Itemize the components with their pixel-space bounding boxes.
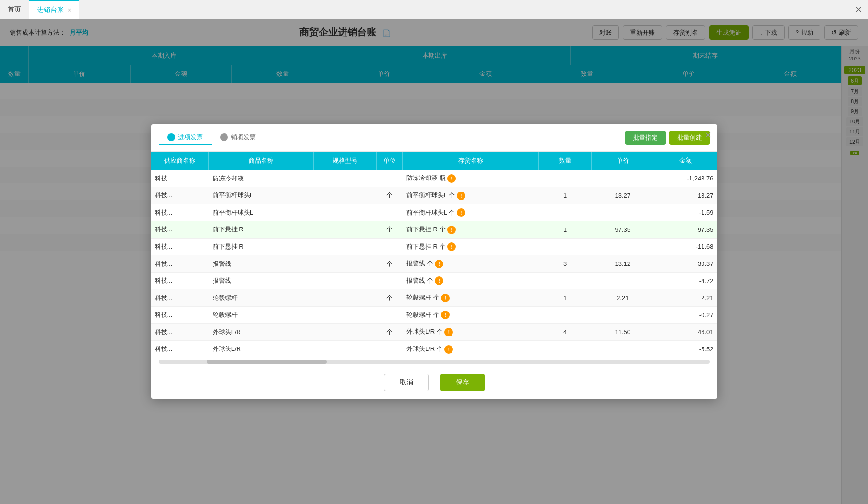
cell-unit: [376, 204, 403, 221]
cell-unit: 个: [376, 187, 403, 204]
batch-create-button[interactable]: 批量创建: [669, 131, 710, 145]
cell-supplier: 科技...: [151, 324, 209, 341]
col-product: 商品名称: [209, 152, 314, 170]
cell-qty: [539, 306, 591, 324]
cell-product: 前平衡杆球头L: [209, 187, 314, 204]
cell-amount: -0.27: [654, 306, 717, 324]
cell-stock: 轮毂螺杆 个 !: [403, 306, 539, 324]
modal-close-button[interactable]: ✕: [704, 130, 712, 141]
cell-supplier: 科技...: [151, 221, 209, 239]
tabs-bar: 首页 进销台账 × ✕: [0, 0, 868, 19]
cell-spec: [313, 306, 376, 324]
cancel-button[interactable]: 取消: [384, 374, 429, 391]
col-unit: 单位: [376, 152, 403, 170]
cell-stock: 外球头L/R 个 !: [403, 341, 539, 358]
cell-product: 外球头L/R: [209, 341, 314, 358]
warning-icon: !: [447, 242, 456, 251]
table-row[interactable]: 科技... 轮毂螺杆 轮毂螺杆 个 ! -0.27: [151, 306, 717, 324]
tab-close-ledger[interactable]: ×: [68, 7, 71, 13]
cell-amount: 97.35: [654, 221, 717, 239]
cell-stock: 前平衡杆球头L 个 !: [403, 187, 539, 204]
tab-sales-invoice[interactable]: 销项发票: [212, 130, 264, 145]
modal-dialog: 进项发票 销项发票 批量指定 批量创建 ✕: [151, 124, 717, 398]
cell-stock: 报警线 个 !: [403, 272, 539, 289]
table-row[interactable]: 科技... 外球头L/R 外球头L/R 个 ! -5.52: [151, 341, 717, 358]
cell-price: 11.50: [591, 324, 654, 341]
cell-spec: [313, 324, 376, 341]
cell-unit: [376, 170, 403, 187]
cell-amount: 46.01: [654, 324, 717, 341]
cell-stock: 防冻冷却液 瓶 !: [403, 170, 539, 187]
col-qty: 数量: [539, 152, 591, 170]
col-price: 单价: [591, 152, 654, 170]
cell-stock: 前平衡杆球头L 个 !: [403, 204, 539, 221]
cell-unit: [376, 238, 403, 255]
cell-unit: [376, 306, 403, 324]
tab-home[interactable]: 首页: [0, 0, 29, 19]
modal-overlay: 进项发票 销项发票 批量指定 批量创建 ✕: [0, 19, 868, 504]
warning-icon: !: [447, 174, 456, 183]
cell-unit: 个: [376, 324, 403, 341]
cell-supplier: 科技...: [151, 204, 209, 221]
cell-amount: -11.68: [654, 238, 717, 255]
cell-amount: 2.21: [654, 289, 717, 307]
cell-spec: [313, 272, 376, 289]
cell-supplier: 科技...: [151, 255, 209, 273]
cell-qty: 1: [539, 289, 591, 307]
cell-qty: [539, 272, 591, 289]
batch-assign-button[interactable]: 批量指定: [625, 131, 666, 145]
cell-spec: [313, 204, 376, 221]
cell-qty: 1: [539, 221, 591, 239]
warning-icon: !: [435, 260, 443, 268]
cell-supplier: 科技...: [151, 272, 209, 289]
table-row[interactable]: 科技... 轮毂螺杆 个 轮毂螺杆 个 ! 1 2.21 2.21: [151, 289, 717, 307]
cell-unit: [376, 341, 403, 358]
table-row[interactable]: 科技... 报警线 报警线 个 ! -4.72: [151, 272, 717, 289]
cell-amount: -1,243.76: [654, 170, 717, 187]
warning-icon: !: [457, 192, 465, 200]
cell-qty: 3: [539, 255, 591, 273]
col-stock: 存货名称: [403, 152, 539, 170]
table-row[interactable]: 科技... 前下悬挂 R 前下悬挂 R 个 ! -11.68: [151, 238, 717, 255]
modal-header: 进项发票 销项发票 批量指定 批量创建 ✕: [151, 124, 717, 152]
invoice-table-body: 科技... 防冻冷却液 防冻冷却液 瓶 ! -1,243.76 科技... 前平…: [151, 170, 717, 358]
cell-spec: [313, 341, 376, 358]
cell-supplier: 科技...: [151, 170, 209, 187]
cell-price: 97.35: [591, 221, 654, 239]
tab-purchase-invoice[interactable]: 进项发票: [159, 130, 212, 145]
cell-spec: [313, 289, 376, 307]
cell-unit: 个: [376, 255, 403, 273]
cell-unit: [376, 272, 403, 289]
warning-icon: !: [435, 276, 443, 285]
save-button[interactable]: 保存: [440, 374, 485, 391]
cell-price: [591, 306, 654, 324]
col-spec: 规格型号: [313, 152, 376, 170]
table-row[interactable]: 科技... 前下悬挂 R 个 前下悬挂 R 个 ! 1 97.35 97.35: [151, 221, 717, 239]
scrollbar-thumb[interactable]: [207, 360, 327, 364]
cell-price: [591, 238, 654, 255]
main-content: 销售成本计算方法： 月平均 商贸企业进销台账 📄 对账 重新开账 存货别名 生成…: [0, 19, 868, 504]
cell-spec: [313, 187, 376, 204]
cell-stock: 报警线 个 !: [403, 255, 539, 273]
cell-qty: 1: [539, 187, 591, 204]
table-horizontal-scrollbar[interactable]: [159, 360, 710, 364]
table-row[interactable]: 科技... 报警线 个 报警线 个 ! 3 13.12 39.37: [151, 255, 717, 273]
table-row[interactable]: 科技... 前平衡杆球头L 个 前平衡杆球头L 个 ! 1 13.27 13.2…: [151, 187, 717, 204]
col-supplier: 供应商名称: [151, 152, 209, 170]
cell-amount: 13.27: [654, 187, 717, 204]
cell-spec: [313, 255, 376, 273]
cell-supplier: 科技...: [151, 238, 209, 255]
tab-ledger[interactable]: 进销台账 ×: [29, 0, 79, 19]
window-close-button[interactable]: ✕: [855, 4, 862, 15]
cell-supplier: 科技...: [151, 341, 209, 358]
cell-stock: 前下悬挂 R 个 !: [403, 221, 539, 239]
table-row[interactable]: 科技... 防冻冷却液 防冻冷却液 瓶 ! -1,243.76: [151, 170, 717, 187]
table-row[interactable]: 科技... 外球头L/R 个 外球头L/R 个 ! 4 11.50 46.01: [151, 324, 717, 341]
cell-product: 前下悬挂 R: [209, 238, 314, 255]
cell-stock: 轮毂螺杆 个 !: [403, 289, 539, 307]
warning-icon: !: [444, 345, 453, 354]
table-row[interactable]: 科技... 前平衡杆球头L 前平衡杆球头L 个 ! -1.59: [151, 204, 717, 221]
cell-product: 轮毂螺杆: [209, 289, 314, 307]
cell-spec: [313, 221, 376, 239]
cell-product: 前下悬挂 R: [209, 221, 314, 239]
